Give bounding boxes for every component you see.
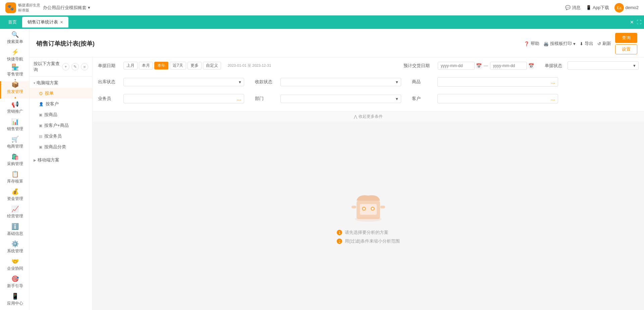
scheme-item-by-cust-goods[interactable]: ▣ 按客户+商品 [30, 120, 92, 131]
sidebar-item-enterprise[interactable]: 🤝 企业协同 [0, 256, 29, 273]
quick-nav-icon: ⚡ [11, 48, 19, 56]
scheme-collapse-button[interactable]: « [81, 63, 88, 70]
query-button[interactable]: 查询 [615, 33, 637, 43]
export-button[interactable]: ⬇ 导出 [580, 41, 593, 47]
sidebar-item-corp-wechat[interactable]: 💬 企业微信 [0, 308, 29, 310]
sidebar-item-newbie[interactable]: 🎯 新手引导 [0, 273, 29, 291]
set-button[interactable]: 设置 [615, 44, 637, 54]
goods-dots-icon[interactable]: ... [551, 79, 555, 85]
sidebar-item-purchase[interactable]: 🛍️ 采购管理 [0, 151, 29, 168]
salesman-dots-icon[interactable]: ... [237, 96, 241, 102]
basic-icon: ℹ️ [11, 223, 19, 230]
biz-icon: 📈 [11, 205, 19, 213]
sidebar-item-ecom[interactable]: 🛒 电商管理 [0, 134, 29, 151]
empty-tip-2: 2 用[过滤]条件来缩小分析范围 [337, 238, 399, 244]
last7-button[interactable]: 近7天 [170, 62, 186, 69]
salesman-input[interactable]: ... [123, 94, 244, 103]
main-wrapper: 按以下方案查询 + ✎ « [30, 57, 644, 310]
scheme-add-button[interactable]: + [62, 63, 69, 70]
tab-home[interactable]: 首页 [3, 17, 22, 28]
date-shortcuts: 上月 本月 本年 近7天 更多 自定义 [123, 62, 221, 69]
customer-dots-icon[interactable]: ... [551, 96, 555, 102]
sidebar-item-retail[interactable]: 🏪 零售管理 ▾ [0, 64, 29, 81]
sidebar-item-basic[interactable]: ℹ️ 基础信息 [0, 221, 29, 238]
sidebar-item-appstore[interactable]: 📱 应用中心 [0, 291, 29, 308]
inventory-icon: 📋 [11, 170, 19, 178]
table2-icon: ▣ [39, 123, 42, 128]
goods-input[interactable]: ... [437, 77, 558, 87]
help-icon: ❓ [524, 41, 529, 46]
dept-label: 部门 [255, 96, 275, 102]
calendar-start-icon[interactable]: 📅 [476, 63, 482, 68]
sidebar-item-system[interactable]: ⚙️ 系统管理 [0, 238, 29, 256]
last-month-button[interactable]: 上月 [123, 62, 138, 69]
collapse-button[interactable]: ⋀ 收起更多条件 [93, 111, 644, 121]
sidebar-item-wholesale[interactable]: 📦 批发管理 ▴ [0, 81, 29, 99]
dept-select[interactable]: ▾ [280, 95, 401, 103]
salesman-label: 业务员 [98, 96, 118, 102]
scheme-group-mobile: ▶ 移动端方案 [30, 154, 92, 166]
scheme-item-by-goods[interactable]: ▣ 按商品 [30, 109, 92, 120]
print-button[interactable]: 🖨️ 按模板打印 ▾ [543, 41, 576, 47]
scheme-edit-button[interactable]: ✎ [71, 63, 79, 70]
this-month-button[interactable]: 本月 [139, 62, 153, 69]
sidebar-item-biz[interactable]: 📈 经营管理 [0, 203, 29, 221]
ship-status-select[interactable]: ▾ [123, 78, 244, 86]
content-area: 销售订单统计表(按单) ❓ 帮助 🖨️ 按模板打印 ▾ ⬇ 导出 ↺ 刷新 [30, 29, 644, 310]
chevron-down-icon: ▾ [34, 81, 35, 85]
goods-label: 商品 [412, 79, 432, 85]
finance-icon: 💰 [11, 188, 19, 195]
logo-icon: 🐾 [5, 2, 16, 13]
this-year-button[interactable]: 本年 [154, 62, 168, 69]
tab-expand-icon[interactable]: ⛶ [637, 19, 641, 25]
sidebar-item-inventory[interactable]: 📋 库存核算 [0, 168, 29, 186]
date-range-text: 2023-01-01 至 2023-12-31 [228, 63, 271, 68]
refresh-button[interactable]: ↺ 刷新 [597, 41, 611, 47]
sidebar-item-sales-mgr[interactable]: 📊 销售管理 [0, 116, 29, 134]
chevron-down-icon: ▾ [396, 80, 398, 85]
print-icon: 🖨️ [543, 41, 549, 46]
app-download-button[interactable]: 📱 App下载 [586, 5, 609, 11]
table-icon: ▣ [39, 113, 42, 117]
company-selector[interactable]: 办公用品行业模拟账套 ▾ [43, 5, 90, 11]
tab-close-icon[interactable]: ✕ [60, 20, 63, 24]
avatar: Ea [614, 3, 624, 12]
scheme-item-by-customer[interactable]: 👤 按客户 [30, 99, 92, 109]
sidebar-item-quick-nav[interactable]: ⚡ 快捷导航 [0, 46, 29, 64]
doc-status-select[interactable]: ▾ [568, 61, 639, 70]
scheme-item-by-salesman[interactable]: ▤ 按业务员 [30, 131, 92, 142]
more-button[interactable]: 更多 [187, 62, 202, 69]
customer-input[interactable]: ... [437, 94, 558, 103]
chevron-down-icon: ▾ [396, 96, 398, 101]
top-header: 🐾 畅捷通好生意 标准版 办公用品行业模拟账套 ▾ 💬 消息 📱 App下载 E… [0, 0, 644, 15]
empty-tips: 1 请先选择要分析的方案 2 用[过滤]条件来缩小分析范围 [337, 229, 399, 244]
user-menu[interactable]: Ea demo2 [614, 3, 639, 12]
expected-date-start[interactable] [438, 62, 475, 70]
tab-bar-actions: ✕ ⛶ [630, 19, 641, 25]
phone-icon: 📱 [586, 5, 591, 10]
calendar-end-icon[interactable]: 📅 [528, 63, 534, 68]
scheme-item-by-goods-cat[interactable]: ▣ 按商品分类 [30, 142, 92, 152]
tab-sales-stat[interactable]: 销售订单统计表 ✕ [22, 17, 68, 28]
purchase-icon: 🛍️ [11, 153, 19, 160]
tab-bar: 首页 销售订单统计表 ✕ ✕ ⛶ [0, 15, 644, 29]
scheme-item-by-order[interactable]: ⊙ 按单 [30, 88, 92, 99]
scheme-group-mobile-header[interactable]: ▶ 移动端方案 [30, 155, 92, 165]
scheme-group-pc-header[interactable]: ▾ 电脑端方案 [30, 78, 92, 88]
sales-mgr-icon: 📊 [11, 118, 19, 125]
svg-rect-8 [380, 206, 385, 208]
newbie-icon: 🎯 [11, 275, 19, 282]
expected-date-end[interactable] [490, 62, 527, 70]
help-button[interactable]: ❓ 帮助 [524, 41, 539, 47]
message-button[interactable]: 💬 消息 [565, 5, 581, 11]
custom-button[interactable]: 自定义 [203, 62, 221, 69]
sidebar-item-marketing[interactable]: 📢 营销推广 [0, 99, 29, 116]
page-actions: ❓ 帮助 🖨️ 按模板打印 ▾ ⬇ 导出 ↺ 刷新 查询 [524, 33, 637, 54]
tab-close-all-icon[interactable]: ✕ [630, 19, 634, 25]
sidebar-item-finance[interactable]: 💰 资金管理 [0, 186, 29, 203]
payment-status-select[interactable]: ▾ [280, 78, 401, 86]
header-right: 💬 消息 📱 App下载 Ea demo2 [565, 3, 639, 12]
sidebar-item-search[interactable]: 🔍 搜索菜单 [0, 29, 29, 46]
table3-icon: ▣ [39, 145, 42, 149]
scheme-header-icons: + ✎ « [62, 63, 88, 70]
